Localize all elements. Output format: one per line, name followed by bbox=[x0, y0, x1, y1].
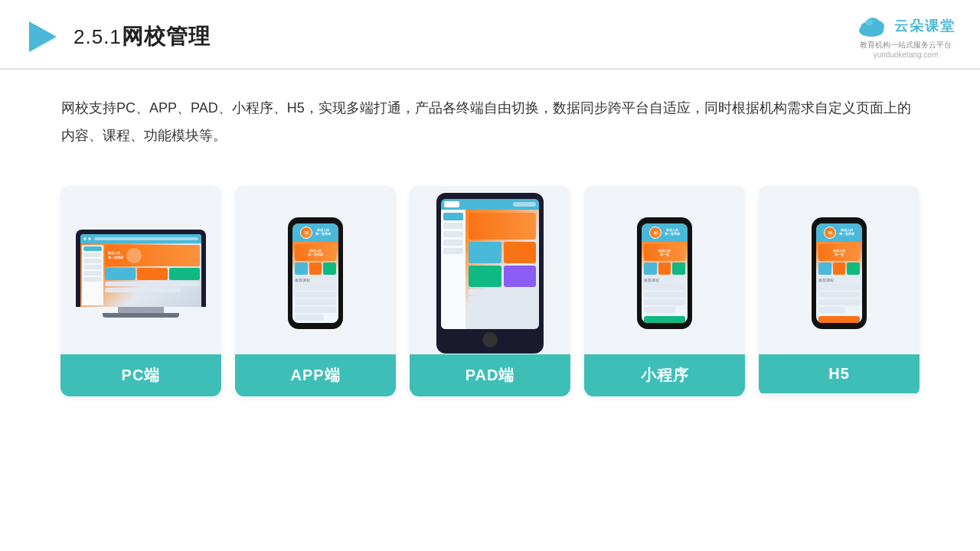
card-pc: 职进人的第一堂网课 bbox=[60, 186, 221, 396]
h5-label: H5 bbox=[759, 354, 920, 393]
svg-marker-0 bbox=[29, 21, 57, 52]
logo-url: yunduoketang.com bbox=[874, 51, 939, 59]
miniprogram-phone-mockup: 职 职进人的第一堂网课 职进人的第一堂 bbox=[637, 217, 692, 329]
miniprogram-label: 小程序 bbox=[584, 354, 745, 396]
pad-label: PAD端 bbox=[410, 354, 570, 396]
card-app: 职 职进人的第一堂网课 职进人的第一堂网课 bbox=[235, 186, 396, 396]
h5-phone-mockup: 职 职进人的第一堂网课 职进人的第一堂 bbox=[812, 217, 867, 329]
logo-cloud: 云朵课堂 bbox=[856, 14, 956, 38]
miniprogram-image-area: 职 职进人的第一堂网课 职进人的第一堂 bbox=[584, 186, 745, 354]
header-left: 2.5.1网校管理 bbox=[24, 18, 211, 55]
brand-logo: 云朵课堂 教育机构一站式服务云平台 yunduoketang.com bbox=[856, 14, 956, 59]
app-label: APP端 bbox=[235, 354, 396, 396]
logo-name: 云朵课堂 bbox=[894, 17, 956, 35]
pad-image-area bbox=[410, 186, 570, 354]
card-pad: PAD端 bbox=[410, 186, 570, 396]
header: 2.5.1网校管理 云朵课堂 教育机构一站式服务云平台 yunduoketang… bbox=[0, 0, 980, 70]
card-h5: 职 职进人的第一堂网课 职进人的第一堂 bbox=[759, 186, 920, 396]
app-phone-mockup: 职 职进人的第一堂网课 职进人的第一堂网课 bbox=[288, 217, 343, 329]
card-miniprogram: 职 职进人的第一堂网课 职进人的第一堂 bbox=[584, 186, 745, 396]
svg-point-5 bbox=[865, 19, 873, 25]
app-image-area: 职 职进人的第一堂网课 职进人的第一堂网课 bbox=[235, 186, 396, 354]
h5-image-area: 职 职进人的第一堂网课 职进人的第一堂 bbox=[759, 186, 920, 354]
page-title: 2.5.1网校管理 bbox=[74, 22, 211, 51]
logo-subtitle: 教育机构一站式服务云平台 bbox=[860, 40, 952, 51]
pc-image-area: 职进人的第一堂网课 bbox=[60, 186, 221, 354]
description-text: 网校支持PC、APP、PAD、小程序、H5，实现多端打通，产品各终端自由切换，数… bbox=[0, 70, 980, 161]
pc-mockup: 职进人的第一堂网课 bbox=[72, 230, 210, 318]
platform-cards: 职进人的第一堂网课 bbox=[0, 168, 980, 396]
pad-tablet-mockup bbox=[436, 193, 544, 354]
pc-label: PC端 bbox=[60, 354, 221, 396]
play-icon bbox=[24, 18, 61, 55]
cloud-icon bbox=[856, 14, 890, 38]
